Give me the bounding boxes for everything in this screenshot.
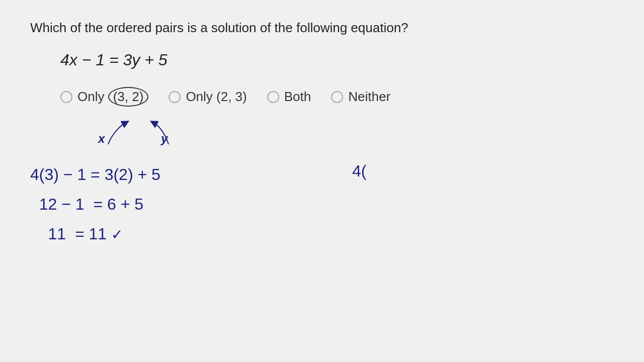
option-3-label: Both	[284, 89, 311, 105]
work-area: 4(3) − 1 = 3(2) + 5 12 − 1 = 6 + 5 11 = …	[30, 162, 614, 247]
work-line-3: 11 = 11 ✓	[30, 221, 614, 247]
annotation-area: x y	[60, 117, 614, 157]
work-line-2: 12 − 1 = 6 + 5	[30, 192, 614, 217]
option-2[interactable]: Only (2, 3)	[169, 89, 247, 105]
handwritten-right: 4(	[352, 162, 366, 180]
option-1[interactable]: Only (3, 2)	[60, 87, 148, 107]
question-text: Which of the ordered pairs is a solution…	[30, 20, 614, 36]
option-4-label: Neither	[348, 89, 390, 105]
main-container: Which of the ordered pairs is a solution…	[0, 0, 644, 362]
checkmark: ✓	[111, 227, 123, 242]
x-annotation-label: x	[98, 132, 105, 146]
option-2-label: Only (2, 3)	[186, 89, 247, 105]
options-row: Only (3, 2) Only (2, 3) Both Neither	[60, 87, 614, 107]
radio-option-4[interactable]	[331, 91, 343, 103]
equation: 4x − 1 = 3y + 5	[60, 51, 614, 69]
handwritten-work: 4(3) − 1 = 3(2) + 5 12 − 1 = 6 + 5 11 = …	[30, 162, 614, 247]
y-annotation-label: y	[161, 132, 168, 146]
option-1-label: Only (3, 2)	[77, 87, 148, 107]
radio-option-1[interactable]	[60, 91, 72, 103]
option-4[interactable]: Neither	[331, 89, 390, 105]
radio-option-2[interactable]	[169, 91, 181, 103]
work-line-1: 4(3) − 1 = 3(2) + 5	[30, 162, 614, 188]
option-3[interactable]: Both	[267, 89, 311, 105]
radio-option-3[interactable]	[267, 91, 279, 103]
